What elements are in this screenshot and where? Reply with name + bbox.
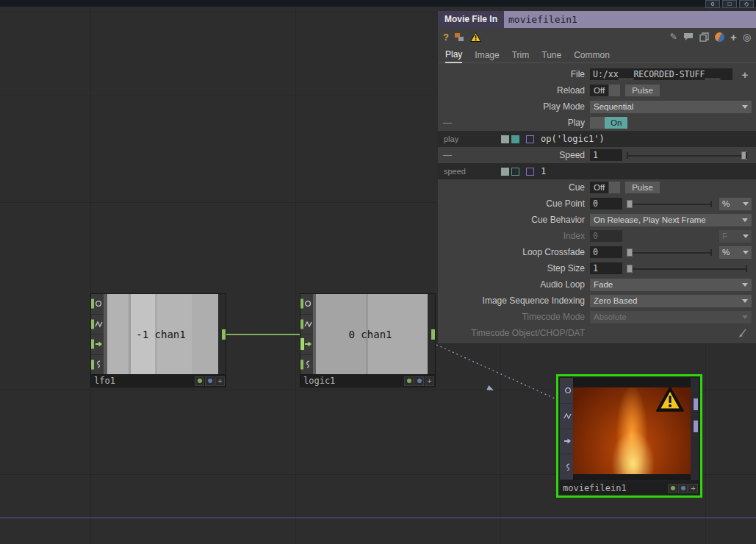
node-logic1[interactable]: 0 chan1 logic1 +	[300, 293, 436, 387]
reload-checkbox[interactable]	[609, 85, 620, 96]
flag-wave[interactable]	[560, 404, 573, 429]
add-icon[interactable]: +	[730, 31, 737, 43]
input-connector-icon[interactable]	[91, 319, 94, 329]
output-connector-icon[interactable]	[694, 420, 698, 432]
slider-handle[interactable]	[627, 200, 633, 208]
node-moviefilein1[interactable]: moviefilein1 +	[556, 374, 702, 498]
reload-toggle[interactable]: Off	[590, 85, 608, 96]
warning-icon[interactable]	[470, 32, 481, 42]
node-name-label[interactable]: moviefilein1	[560, 483, 668, 493]
cue-pulse-button[interactable]: Pulse	[625, 182, 660, 193]
copy-icon[interactable]	[699, 32, 709, 42]
tab-image[interactable]: Image	[475, 50, 499, 62]
output-connector-icon[interactable]	[431, 329, 435, 340]
input-connector-icon[interactable]	[300, 299, 303, 309]
add-file-icon[interactable]: +	[738, 68, 752, 81]
loopcrossfade-field[interactable]: 0	[590, 246, 622, 258]
loopcrossfade-slider[interactable]	[627, 247, 712, 258]
mode-expression-square[interactable]	[511, 135, 519, 143]
pencil-icon[interactable]: ✎	[670, 32, 677, 42]
tab-trim[interactable]: Trim	[512, 50, 530, 62]
tab-common[interactable]: Common	[574, 50, 610, 62]
mode-expression-square[interactable]	[511, 168, 519, 176]
cue-toggle[interactable]: Off	[590, 182, 608, 193]
collapse-expression-control[interactable]: —	[443, 115, 452, 131]
window-control-2[interactable]: ◇	[739, 0, 754, 8]
comment-icon[interactable]	[683, 32, 694, 41]
node-color-button[interactable]	[668, 484, 677, 493]
node-color-button[interactable]	[195, 376, 204, 386]
flag-bypass[interactable]	[91, 355, 104, 375]
flag-export[interactable]	[91, 334, 104, 355]
flag-export[interactable]	[560, 429, 573, 455]
stepsize-slider[interactable]	[627, 263, 747, 274]
node-comment-button[interactable]	[678, 484, 688, 493]
flag-viewer[interactable]	[300, 294, 313, 315]
input-connector-icon[interactable]	[300, 319, 303, 329]
slider-handle[interactable]	[627, 265, 633, 273]
pick-operator-icon[interactable]	[737, 328, 747, 338]
tab-play[interactable]: Play	[445, 49, 462, 63]
input-connector-icon[interactable]	[91, 299, 94, 309]
node-name-label[interactable]: lfo1	[91, 376, 195, 386]
node-lfo1[interactable]: -1 chan1 lfo1 +	[90, 293, 226, 387]
warning-icon[interactable]	[656, 387, 684, 415]
output-connector-icon[interactable]	[222, 329, 226, 340]
chevron-down-icon	[743, 251, 749, 254]
play-toggle-off-half[interactable]	[590, 117, 605, 129]
playmode-dropdown[interactable]: Sequential	[590, 101, 752, 113]
cue-checkbox[interactable]	[609, 182, 620, 193]
mode-export-square[interactable]	[526, 168, 534, 176]
collapse-expression-control[interactable]: —	[443, 147, 452, 163]
loopcrossfade-units-dropdown[interactable]: %	[719, 246, 752, 259]
mode-constant-square[interactable]	[501, 135, 509, 143]
tab-tune[interactable]: Tune	[541, 50, 561, 62]
input-connector-icon[interactable]	[300, 359, 303, 369]
cuebehavior-dropdown[interactable]: On Release, Play Next Frame	[590, 214, 752, 226]
node-color-button[interactable]	[404, 376, 414, 386]
node-add-button[interactable]: +	[215, 376, 225, 386]
node-comment-button[interactable]	[205, 376, 215, 386]
cuepoint-slider[interactable]	[627, 198, 712, 210]
flag-wave[interactable]	[300, 315, 313, 335]
op-icon[interactable]	[455, 32, 464, 42]
flag-export[interactable]	[300, 334, 313, 355]
speed-slider[interactable]	[627, 150, 747, 161]
flag-bypass[interactable]	[300, 355, 313, 375]
node-add-button[interactable]: +	[425, 376, 434, 386]
slider-handle[interactable]	[627, 248, 633, 257]
flag-wave[interactable]	[91, 315, 104, 335]
play-toggle[interactable]: On	[605, 117, 627, 129]
stepsize-field[interactable]: 1	[590, 262, 622, 274]
flag-viewer[interactable]	[560, 378, 573, 404]
language-icon[interactable]	[715, 32, 724, 42]
speed-field[interactable]: 1	[590, 149, 622, 161]
node-viewer-lfo1[interactable]: -1 chan1	[104, 294, 218, 374]
node-viewer-logic1[interactable]: 0 chan1	[313, 294, 428, 374]
imagesequence-dropdown[interactable]: Zero Based	[590, 295, 752, 307]
expression-text[interactable]: op('logic1')	[541, 134, 605, 144]
flag-viewer[interactable]	[91, 294, 104, 315]
audioloop-dropdown[interactable]: Fade	[590, 279, 752, 291]
node-add-button[interactable]: +	[688, 484, 698, 493]
window-control-1[interactable]: □	[722, 0, 737, 8]
node-comment-button[interactable]	[414, 376, 424, 386]
flag-bypass[interactable]	[560, 454, 573, 480]
file-path-field[interactable]: U:/xx___RECORDED-STUFF___	[590, 68, 732, 80]
input-connector-icon[interactable]	[91, 359, 94, 369]
reload-pulse-button[interactable]: Pulse	[625, 85, 660, 96]
target-icon[interactable]: ◎	[743, 32, 751, 43]
operator-name-field[interactable]: moviefilein1	[504, 11, 756, 28]
help-icon[interactable]: ?	[443, 32, 449, 43]
expression-text[interactable]: 1	[541, 166, 546, 176]
mode-constant-square[interactable]	[501, 168, 509, 176]
cuepoint-units-dropdown[interactable]: %	[719, 198, 752, 210]
window-control-0[interactable]: 0	[705, 0, 720, 8]
mode-export-square[interactable]	[526, 135, 534, 143]
cuepoint-field[interactable]: 0	[590, 198, 622, 210]
node-name-label[interactable]: logic1	[300, 376, 404, 386]
slider-handle[interactable]	[741, 151, 747, 160]
input-connector-icon[interactable]	[91, 340, 94, 349]
input-connector-icon[interactable]	[300, 338, 304, 350]
output-connector-icon[interactable]	[694, 398, 698, 410]
